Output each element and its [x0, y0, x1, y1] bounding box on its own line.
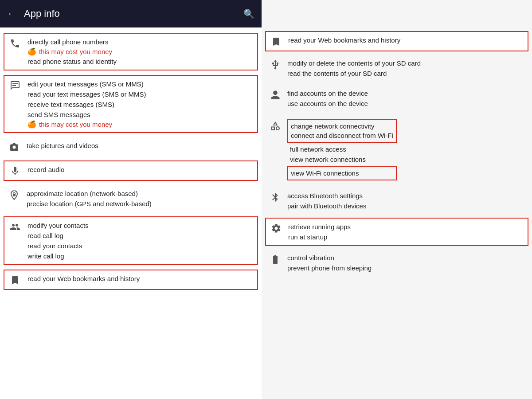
phone-warning: 🍊 this may cost you money: [27, 47, 117, 56]
bluetooth-perm-text: access Bluetooth settings pair with Blue…: [287, 191, 366, 211]
runningapps-line-1: retrieve running apps: [288, 222, 351, 231]
sms-line-4: send SMS messages: [27, 110, 146, 119]
mic-line-1: record audio: [27, 165, 64, 174]
permission-runningapps: retrieve running apps run at startup: [265, 218, 528, 246]
permission-microphone: record audio: [4, 160, 258, 181]
bookmarks-left-perm-text: read your Web bookmarks and history: [27, 274, 140, 283]
bookmarks-right-line-1: read your Web bookmarks and history: [288, 35, 400, 45]
camera-perm-text: take pictures and videos: [27, 141, 98, 150]
svg-rect-0: [12, 83, 18, 84]
bluetooth-icon: [270, 192, 281, 203]
phone-line-1: directly call phone numbers: [27, 37, 117, 47]
network-line-5: view Wi-Fi connections: [291, 169, 359, 177]
bluetooth-line-2: pair with Bluetooth devices: [287, 201, 366, 211]
contacts-line-3: read your contacts: [27, 241, 89, 250]
sms-perm-text: edit your text messages (SMS or MMS) rea…: [27, 79, 146, 129]
location-icon: [8, 190, 20, 200]
usb-icon: [270, 59, 281, 70]
bookmarks-left-line-1: read your Web bookmarks and history: [27, 274, 140, 283]
accounts-perm-text: find accounts on the device use accounts…: [287, 89, 368, 108]
sms-line-2: read your text messages (SMS or MMS): [27, 90, 146, 99]
mic-perm-text: record audio: [27, 165, 64, 174]
back-button[interactable]: ←: [7, 8, 17, 20]
permission-bookmarks-right: read your Web bookmarks and history: [265, 31, 528, 51]
sms-warning-text: this may cost you money: [39, 121, 112, 128]
network-line-3: full network access: [287, 145, 397, 154]
permission-network: change network connectivity connect and …: [265, 115, 528, 184]
location-line-1: approximate location (network-based): [27, 189, 152, 198]
storage-line-2: read the contents of your SD card: [287, 69, 421, 78]
page-title: App info: [24, 8, 236, 20]
camera-line-1: take pictures and videos: [27, 141, 98, 150]
battery-perm-text: control vibration prevent phone from sle…: [287, 253, 372, 273]
permission-bookmarks-left: read your Web bookmarks and history: [4, 270, 258, 290]
network-line-4: view network connections: [287, 155, 397, 164]
bookmarks-right-perm-text: read your Web bookmarks and history: [288, 35, 400, 45]
accounts-line-1: find accounts on the device: [287, 89, 368, 98]
search-button[interactable]: 🔍: [243, 8, 254, 19]
right-permissions-list: read your Web bookmarks and history modi…: [262, 27, 532, 399]
sms-line-1: edit your text messages (SMS or MMS): [27, 79, 146, 89]
permission-contacts: modify your contacts read call log read …: [4, 216, 258, 265]
left-permissions-list: directly call phone numbers 🍊 this may c…: [0, 27, 262, 399]
phone-perm-text: directly call phone numbers 🍊 this may c…: [27, 37, 117, 66]
svg-rect-1: [12, 85, 16, 86]
permission-storage: modify or delete the contents of your SD…: [265, 55, 528, 82]
contacts-line-4: write call log: [27, 251, 89, 261]
storage-line-1: modify or delete the contents of your SD…: [287, 59, 421, 68]
runningapps-line-2: run at startup: [288, 232, 351, 242]
location-perm-text: approximate location (network-based) pre…: [27, 189, 152, 208]
permission-camera: take pictures and videos: [4, 137, 258, 156]
app-bar: ← App info 🔍: [0, 0, 262, 27]
contacts-line-1: modify your contacts: [27, 221, 89, 230]
content-area: directly call phone numbers 🍊 this may c…: [0, 27, 532, 399]
sms-icon: [9, 80, 21, 91]
bluetooth-line-1: access Bluetooth settings: [287, 191, 366, 200]
warning-emoji-phone: 🍊: [27, 47, 36, 56]
phone-warning-text: this may cost you money: [39, 48, 112, 55]
contacts-icon: [9, 222, 21, 232]
runningapps-perm-text: retrieve running apps run at startup: [288, 222, 351, 242]
permission-location: approximate location (network-based) pre…: [4, 185, 258, 212]
battery-icon: [270, 254, 281, 265]
battery-line-1: control vibration: [287, 253, 372, 262]
permission-bluetooth: access Bluetooth settings pair with Blue…: [265, 188, 528, 214]
permission-phone: directly call phone numbers 🍊 this may c…: [4, 33, 258, 70]
account-icon: [270, 90, 281, 100]
contacts-perm-text: modify your contacts read call log read …: [27, 221, 89, 261]
sms-line-3: receive text messages (SMS): [27, 100, 146, 109]
network-line-2: connect and disconnect from Wi-Fi: [291, 132, 393, 139]
camera-icon: [8, 142, 20, 153]
contacts-line-2: read call log: [27, 231, 89, 240]
microphone-icon: [9, 166, 21, 176]
network-line-1: change network connectivity: [291, 122, 374, 130]
warning-emoji-sms: 🍊: [27, 120, 36, 129]
storage-perm-text: modify or delete the contents of your SD…: [287, 59, 421, 78]
permission-battery: control vibration prevent phone from sle…: [265, 250, 528, 276]
permission-sms: edit your text messages (SMS or MMS) rea…: [4, 75, 258, 133]
sms-warning: 🍊 this may cost you money: [27, 120, 146, 129]
location-line-2: precise location (GPS and network-based): [27, 199, 152, 208]
bookmark-right-icon: [270, 36, 282, 47]
permission-accounts: find accounts on the device use accounts…: [265, 85, 528, 112]
phone-icon: [9, 38, 21, 49]
bookmark-left-icon: [9, 275, 21, 286]
accounts-line-2: use accounts on the device: [287, 99, 368, 108]
network-icon: [270, 121, 281, 131]
settings-icon: [270, 223, 282, 234]
phone-line-2: read phone status and identity: [27, 57, 117, 66]
battery-line-2: prevent phone from sleeping: [287, 263, 372, 273]
